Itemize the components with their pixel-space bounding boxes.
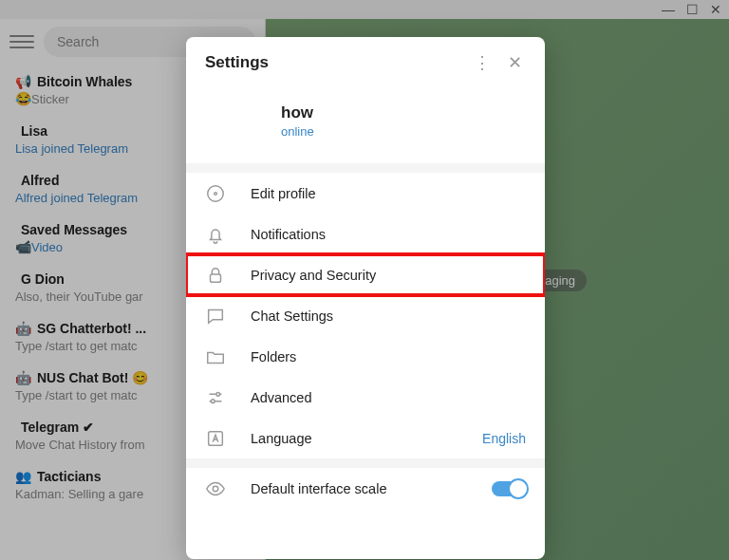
chat-icon (205, 306, 226, 327)
svg-point-3 (216, 392, 220, 396)
settings-modal: Settings ⋮ ✕ how online Edit profileNoti… (186, 37, 545, 559)
svg-point-6 (213, 486, 218, 492)
svg-point-1 (215, 192, 217, 195)
svg-point-0 (208, 185, 224, 201)
language-icon (205, 428, 226, 449)
menu-item-scale[interactable]: Default interface scale (186, 468, 545, 509)
menu-item-folders[interactable]: Folders (186, 336, 545, 377)
divider (186, 458, 545, 468)
menu-value: English (482, 431, 526, 446)
modal-title: Settings (205, 53, 460, 72)
menu-label: Language (251, 431, 312, 446)
menu-item-chat[interactable]: Chat Settings (186, 295, 545, 336)
menu-item-edit[interactable]: Edit profile (186, 173, 545, 214)
advanced-icon (205, 387, 226, 408)
profile-status: online (281, 124, 526, 139)
scale-toggle[interactable] (492, 481, 526, 496)
menu-label: Folders (251, 349, 296, 364)
profile-username: how (281, 103, 526, 122)
folders-icon (205, 346, 226, 367)
menu-label: Advanced (251, 390, 312, 405)
menu-label: Notifications (251, 227, 326, 242)
menu-label: Edit profile (251, 186, 316, 201)
settings-menu: Edit profileNotificationsPrivacy and Sec… (186, 173, 545, 458)
menu-label: Chat Settings (251, 308, 333, 324)
menu-label: Privacy and Security (251, 268, 376, 283)
menu-item-language[interactable]: LanguageEnglish (186, 418, 545, 458)
menu-item-notif[interactable]: Notifications (186, 214, 545, 254)
eye-icon (205, 478, 226, 499)
profile-section: how online (186, 88, 545, 163)
menu-label: Default interface scale (251, 481, 386, 496)
svg-point-4 (211, 399, 215, 402)
more-icon[interactable]: ⋮ (470, 48, 495, 77)
close-icon[interactable]: ✕ (504, 48, 526, 77)
divider (186, 163, 545, 173)
menu-item-privacy[interactable]: Privacy and Security (186, 254, 545, 295)
edit-icon (205, 183, 226, 204)
menu-item-advanced[interactable]: Advanced (186, 377, 545, 418)
notif-icon (205, 224, 226, 245)
privacy-icon (205, 265, 226, 286)
svg-rect-2 (211, 274, 221, 282)
